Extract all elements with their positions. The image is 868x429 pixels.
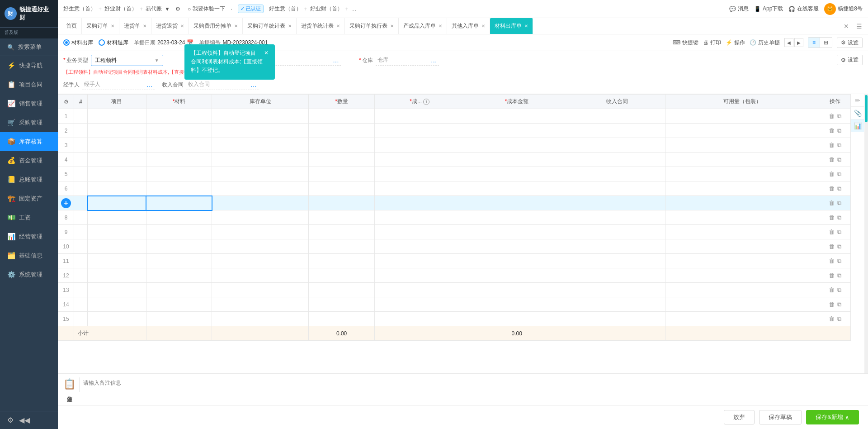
sidebar-item-operation[interactable]: 📊 经营管理 bbox=[0, 227, 58, 246]
copy-icon[interactable]: ⧉ bbox=[837, 257, 841, 265]
delete-icon[interactable]: 🗑 bbox=[829, 142, 835, 148]
copy-icon[interactable]: ⧉ bbox=[837, 200, 841, 207]
tab-return[interactable]: 进货退货 ✕ bbox=[151, 18, 189, 34]
sidebar-item-sales[interactable]: 📈 销售管理 bbox=[0, 94, 58, 113]
delete-icon[interactable]: 🗑 bbox=[829, 113, 835, 119]
copy-icon[interactable]: ⧉ bbox=[837, 185, 841, 192]
tab-material-out-close[interactable]: ✕ bbox=[524, 24, 528, 29]
delete-icon[interactable]: 🗑 bbox=[829, 286, 835, 293]
sidebar-item-finance[interactable]: 💰 资金管理 bbox=[0, 151, 58, 170]
save-new-button[interactable]: 保存&新增 ∧ bbox=[806, 410, 859, 424]
copy-icon[interactable]: ⧉ bbox=[837, 113, 841, 120]
copy-icon[interactable]: ⧉ bbox=[837, 229, 841, 236]
right-tool-edit[interactable]: ✏ bbox=[851, 94, 864, 107]
tab-exec-close[interactable]: ✕ bbox=[390, 24, 394, 29]
table-wrapper[interactable]: ⚙ # 项目 *材料 库存单位 *数量 *成... ℹ *成本金额 收入合同 可… bbox=[58, 94, 851, 373]
copy-icon[interactable]: ⧉ bbox=[837, 315, 841, 323]
view-table-btn[interactable]: ⊞ bbox=[820, 38, 832, 48]
handler-input[interactable]: 经手人 … bbox=[82, 79, 155, 90]
copy-icon[interactable]: ⧉ bbox=[837, 156, 841, 163]
sidebar-item-system[interactable]: ⚙️ 系统管理 bbox=[0, 265, 58, 284]
top-nav-item-5[interactable]: 好业财（首） bbox=[310, 5, 343, 13]
add-row-btn[interactable]: + bbox=[61, 198, 71, 208]
sidebar-item-assets[interactable]: 🏗️ 固定资产 bbox=[0, 189, 58, 208]
delete-icon[interactable]: 🗑 bbox=[829, 229, 835, 235]
delete-icon[interactable]: 🗑 bbox=[829, 214, 835, 221]
delete-icon[interactable]: 🗑 bbox=[829, 156, 835, 163]
app-download-btn[interactable]: 📱 App下载 bbox=[754, 5, 783, 13]
top-nav-settings-icon[interactable]: ⚙ bbox=[175, 6, 180, 12]
tab-home[interactable]: 首页 bbox=[61, 18, 82, 34]
operate-btn[interactable]: ⚡ 操作 bbox=[726, 39, 745, 47]
quick-key-btn[interactable]: ⌨ 快捷键 bbox=[673, 39, 698, 47]
tab-other-in-close[interactable]: ✕ bbox=[481, 24, 485, 29]
view-form-btn[interactable]: ≡ bbox=[808, 38, 820, 48]
note-input[interactable] bbox=[83, 377, 863, 396]
delete-icon[interactable]: 🗑 bbox=[829, 127, 835, 134]
search-menu[interactable]: 🔍 搜索菜单 bbox=[0, 38, 58, 56]
tab-expense[interactable]: 采购费用分摊单 ✕ bbox=[189, 18, 243, 34]
top-nav-item-1[interactable]: 好生意（首） bbox=[63, 5, 96, 13]
tab-more-btn[interactable]: ☰ bbox=[854, 21, 864, 32]
copy-icon[interactable]: ⧉ bbox=[837, 286, 841, 294]
top-nav-item-4[interactable]: 好生意（首） bbox=[269, 5, 302, 13]
sidebar-item-ledger[interactable]: 📒 总账管理 bbox=[0, 170, 58, 189]
radio-material-return[interactable]: 材料退库 bbox=[99, 39, 128, 47]
tab-purchase-order-close[interactable]: ✕ bbox=[111, 24, 114, 29]
biz-type-select[interactable]: 工程领料 ▼ bbox=[91, 55, 163, 66]
print-btn[interactable]: 🖨 打印 bbox=[703, 39, 721, 47]
try-label-item[interactable]: ○ 我要体验一下 bbox=[188, 5, 225, 13]
delete-icon[interactable]: 🗑 bbox=[829, 243, 835, 250]
warehouse-input[interactable]: 仓库 … bbox=[376, 55, 439, 66]
delete-icon[interactable]: 🗑 bbox=[829, 272, 835, 279]
delete-icon[interactable]: 🗑 bbox=[829, 185, 835, 192]
copy-icon[interactable]: ⧉ bbox=[837, 171, 841, 178]
tab-product-in-close[interactable]: ✕ bbox=[439, 24, 442, 29]
sidebar-item-project[interactable]: 📋 项目合同 bbox=[0, 75, 58, 94]
prev-doc-btn[interactable]: ◀ bbox=[784, 38, 793, 47]
sidebar-item-purchase[interactable]: 🛒 采购管理 bbox=[0, 113, 58, 132]
copy-icon[interactable]: ⧉ bbox=[837, 127, 841, 134]
top-nav-dropdown[interactable]: ▼ bbox=[165, 6, 170, 12]
top-nav-item-2[interactable]: 好业财（首） bbox=[104, 5, 137, 13]
next-doc-btn[interactable]: ▶ bbox=[794, 38, 803, 47]
tooltip-close-btn[interactable]: ✕ bbox=[264, 49, 269, 57]
tab-purchase-stat[interactable]: 采购订单统计表 ✕ bbox=[243, 18, 297, 34]
tab-purchase-order[interactable]: 采购订单 ✕ bbox=[82, 18, 119, 34]
sidebar-item-baseinfo[interactable]: 🗂️ 基础信息 bbox=[0, 246, 58, 265]
tab-incoming-stat-close[interactable]: ✕ bbox=[336, 24, 340, 29]
tab-purchase-stat-close[interactable]: ✕ bbox=[288, 24, 292, 29]
right-scrollbar[interactable] bbox=[864, 94, 868, 373]
income-contract-input[interactable]: 收入合同 … bbox=[186, 79, 259, 90]
tab-other-in[interactable]: 其他入库单 ✕ bbox=[447, 18, 490, 34]
online-service-btn[interactable]: 🎧 在线客服 bbox=[788, 5, 819, 13]
page-settings-btn[interactable]: ⚙ 设置 bbox=[837, 38, 863, 48]
top-nav-item-3[interactable]: 易代账 bbox=[146, 5, 162, 13]
tab-expense-close[interactable]: ✕ bbox=[234, 24, 238, 29]
copy-icon[interactable]: ⧉ bbox=[837, 272, 841, 279]
scrollbar-thumb[interactable] bbox=[865, 95, 868, 122]
radio-material-out[interactable]: 材料出库 bbox=[63, 39, 93, 47]
copy-icon[interactable]: ⧉ bbox=[837, 301, 841, 308]
tab-material-out[interactable]: 材料出库单 ✕ bbox=[490, 18, 533, 34]
delete-icon[interactable]: 🗑 bbox=[829, 257, 835, 264]
tab-product-in[interactable]: 产成品入库单 ✕ bbox=[399, 18, 447, 34]
col-settings[interactable]: ⚙ bbox=[58, 95, 74, 109]
save-draft-button[interactable]: 保存草稿 bbox=[759, 410, 802, 424]
sidebar-item-quicknav[interactable]: ⚡ 快捷导航 bbox=[0, 56, 58, 75]
message-btn[interactable]: 💬 消息 bbox=[729, 5, 749, 13]
cost-info-icon[interactable]: ℹ bbox=[423, 99, 429, 105]
form-settings-btn[interactable]: ⚙ 设置 bbox=[837, 55, 863, 65]
tab-exec[interactable]: 采购订单执行表 ✕ bbox=[345, 18, 399, 34]
history-btn[interactable]: 🕐 历史单据 bbox=[750, 39, 780, 47]
copy-icon[interactable]: ⧉ bbox=[837, 243, 841, 250]
tab-incoming[interactable]: 进货单 ✕ bbox=[119, 18, 151, 34]
discard-button[interactable]: 放弃 bbox=[724, 410, 755, 424]
tab-return-close[interactable]: ✕ bbox=[180, 24, 184, 29]
tab-incoming-stat[interactable]: 进货单统计表 ✕ bbox=[297, 18, 345, 34]
sidebar-item-inventory[interactable]: 📦 库存核算 bbox=[0, 132, 58, 151]
delete-icon[interactable]: 🗑 bbox=[829, 315, 835, 322]
top-nav-more[interactable]: … bbox=[351, 6, 357, 12]
user-profile[interactable]: 🐱 畅捷通8号 bbox=[824, 3, 863, 15]
right-tool-clip[interactable]: 📎 bbox=[851, 107, 864, 119]
